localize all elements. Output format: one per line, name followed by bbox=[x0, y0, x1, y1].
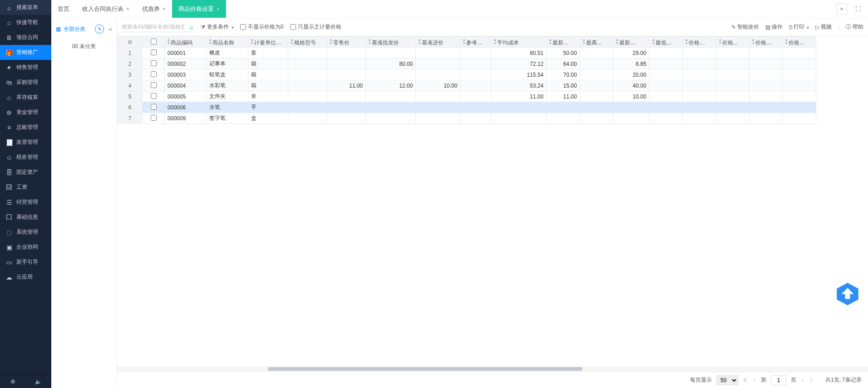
sidebar-item-17[interactable]: ▭新手引导 bbox=[0, 255, 51, 270]
table-row[interactable]: 3000003铅笔盒箱115.5470.0020.00 bbox=[118, 69, 816, 80]
per-page-label: 每页显示 bbox=[690, 376, 712, 384]
table-row[interactable]: 6000006水笔手 bbox=[118, 102, 816, 113]
column-p2[interactable]: ▴▾价格… bbox=[716, 37, 749, 48]
column-select-all[interactable] bbox=[143, 37, 165, 48]
cell-unit: 套 bbox=[248, 48, 288, 59]
table-row[interactable]: 1000001橡皮套80.5150.0029.00 bbox=[118, 48, 816, 59]
sidebar-item-8[interactable]: ≡总账管理 bbox=[0, 120, 51, 135]
tree-node-uncategorized[interactable]: 00 未分类 bbox=[56, 41, 112, 52]
only-main-unit-checkbox[interactable]: 只显示主计量价格 bbox=[290, 23, 341, 31]
sidebar-item-4[interactable]: ✦销售管理 bbox=[0, 60, 51, 75]
column-new2[interactable]: ▴▾最新… bbox=[613, 37, 650, 48]
cell-p3 bbox=[749, 113, 782, 124]
column-unit[interactable]: ▴▾计量单位… bbox=[248, 37, 288, 48]
sidebar-item-12[interactable]: 囧工资 bbox=[0, 180, 51, 195]
column-settings[interactable]: ⚙ bbox=[118, 37, 143, 48]
sidebar-item-11[interactable]: 🗄固定资产 bbox=[0, 165, 51, 180]
sidebar-item-15[interactable]: ◌系统管理 bbox=[0, 225, 51, 240]
row-index: 5 bbox=[118, 91, 143, 102]
row-checkbox[interactable] bbox=[151, 49, 157, 55]
sidebar-item-18[interactable]: ☁云应用 bbox=[0, 270, 51, 285]
first-page-button[interactable]: K bbox=[743, 377, 748, 383]
edit-categories-button[interactable]: ✎ bbox=[95, 25, 104, 34]
close-icon[interactable]: × bbox=[217, 6, 220, 12]
settings-button[interactable]: ⚙ bbox=[0, 375, 26, 388]
sidebar-item-13[interactable]: ☰经营管理 bbox=[0, 195, 51, 210]
row-checkbox[interactable] bbox=[151, 104, 157, 110]
sidebar-item-7[interactable]: ⊚资金管理 bbox=[0, 105, 51, 120]
row-checkbox[interactable] bbox=[151, 93, 157, 99]
column-p1[interactable]: ▴▾价格… bbox=[683, 37, 716, 48]
column-low[interactable]: ▴▾最低… bbox=[649, 37, 682, 48]
next-page-button[interactable]: › bbox=[801, 377, 804, 383]
column-p3[interactable]: ▴▾价格… bbox=[749, 37, 782, 48]
cell-low bbox=[649, 102, 682, 113]
tab-0[interactable]: 首页 bbox=[51, 0, 76, 18]
per-page-select[interactable]: 50 bbox=[716, 375, 738, 385]
sidebar-item-6[interactable]: ⌂库存核算 bbox=[0, 90, 51, 105]
tab-2[interactable]: 优惠券× bbox=[136, 0, 172, 18]
prev-page-button[interactable]: ‹ bbox=[753, 377, 756, 383]
column-spec[interactable]: ▴▾规格型号 bbox=[288, 37, 327, 48]
close-icon[interactable]: × bbox=[126, 6, 129, 12]
scrollbar-thumb[interactable] bbox=[268, 367, 582, 371]
sidebar-item-14[interactable]: 囗基础信息 bbox=[0, 210, 51, 225]
search-input[interactable] bbox=[122, 22, 194, 32]
table-row[interactable]: 5000005文件夹米11.0011.0010.00 bbox=[118, 91, 816, 102]
fullscreen-button[interactable]: ⛶ bbox=[853, 4, 863, 15]
sidebar-item-5[interactable]: 🛍采购管理 bbox=[0, 75, 51, 90]
row-checkbox[interactable] bbox=[151, 60, 157, 66]
all-categories-link[interactable]: 全部分类 bbox=[64, 25, 85, 33]
horizontal-scrollbar[interactable] bbox=[117, 366, 868, 372]
close-all-tabs-button[interactable]: × bbox=[836, 4, 847, 15]
hide-zero-checkbox[interactable]: 不显示价格为0 bbox=[240, 23, 284, 31]
page-input[interactable] bbox=[771, 375, 786, 385]
sidebar-item-1[interactable]: ⌂快捷导航 bbox=[0, 15, 51, 30]
cell-buy bbox=[416, 113, 460, 124]
operations-button[interactable]: ▤操作 bbox=[765, 23, 783, 31]
tab-1[interactable]: 收入合同执行表× bbox=[76, 0, 136, 18]
row-checkbox[interactable] bbox=[151, 71, 157, 77]
video-button[interactable]: ▷视频 bbox=[815, 23, 832, 31]
column-avg[interactable]: ▴▾平均成本 bbox=[491, 37, 546, 48]
cell-high bbox=[580, 102, 613, 113]
tab-label: 首页 bbox=[58, 5, 69, 13]
column-high[interactable]: ▴▾最高… bbox=[580, 37, 613, 48]
column-ref[interactable]: ▴▾参考… bbox=[460, 37, 491, 48]
assistant-button[interactable] bbox=[835, 282, 860, 306]
column-buy[interactable]: ▴▾基准进价 bbox=[416, 37, 460, 48]
column-retail[interactable]: ▴▾零售价 bbox=[327, 37, 366, 48]
column-latest[interactable]: ▴▾最新… bbox=[547, 37, 580, 48]
tab-3[interactable]: 商品价格设置× bbox=[172, 0, 226, 18]
sound-button[interactable]: 🔈 bbox=[26, 375, 52, 388]
print-button[interactable]: ⎙打印 bbox=[789, 23, 809, 31]
smart-edit-button[interactable]: ✎智能改价 bbox=[731, 23, 759, 31]
last-page-button[interactable]: 》 bbox=[809, 376, 816, 384]
collapse-panel-button[interactable]: « bbox=[108, 25, 112, 33]
sidebar-item-9[interactable]: 🧾发票管理 bbox=[0, 135, 51, 150]
sidebar-item-3[interactable]: 🎁营销推广 bbox=[0, 45, 51, 60]
column-wholesale[interactable]: ▴▾基准批发价 bbox=[366, 37, 416, 48]
row-checkbox[interactable] bbox=[151, 115, 157, 121]
close-icon[interactable]: × bbox=[163, 6, 166, 12]
sidebar-item-16[interactable]: ▣企业协同 bbox=[0, 240, 51, 255]
cell-buy bbox=[416, 48, 460, 59]
sidebar-item-10[interactable]: ☺税务管理 bbox=[0, 150, 51, 165]
page-prefix: 第 bbox=[761, 376, 766, 384]
search-icon[interactable]: ⌕ bbox=[190, 24, 193, 30]
table-row[interactable]: 4000004水彩笔箱11.0012.0010.0053.2415.0040.0… bbox=[118, 80, 816, 91]
table-row[interactable]: 2000002记事本箱80.0072.1264.008.85 bbox=[118, 59, 816, 69]
sidebar-item-2[interactable]: 🗎项目合同 bbox=[0, 30, 51, 45]
row-index: 1 bbox=[118, 48, 143, 59]
menu-icon: ▣ bbox=[5, 244, 13, 251]
help-button[interactable]: ⓘ帮助 bbox=[846, 23, 863, 31]
row-index: 4 bbox=[118, 80, 143, 91]
column-code[interactable]: ▴▾商品编码 bbox=[165, 37, 207, 48]
table-scroll[interactable]: ⚙ ▴▾商品编码 ▴▾商品名称 ▴▾计量单位… ▴▾规格型号 ▴▾零售价 ▴▾基… bbox=[117, 36, 868, 366]
table-row[interactable]: 7000009签字笔盒 bbox=[118, 113, 816, 124]
more-conditions-button[interactable]: ⧩ 更多条件 bbox=[201, 23, 234, 31]
sidebar-item-0[interactable]: ⌕搜索菜单 bbox=[0, 0, 51, 15]
row-checkbox[interactable] bbox=[151, 82, 157, 88]
column-name[interactable]: ▴▾商品名称 bbox=[206, 37, 248, 48]
column-p4[interactable]: ▴▾价格… bbox=[783, 37, 816, 48]
